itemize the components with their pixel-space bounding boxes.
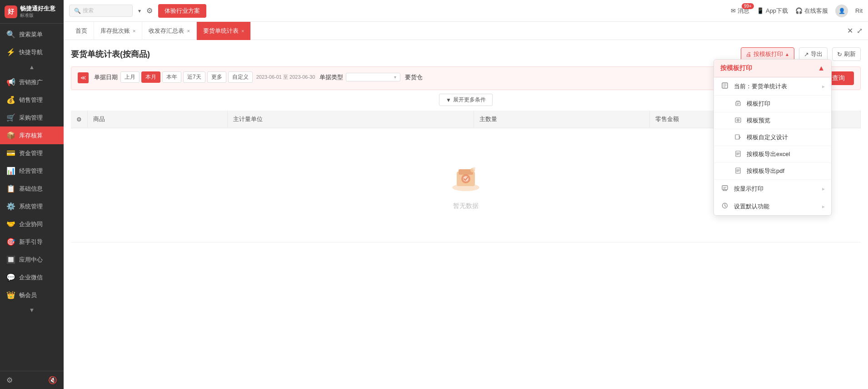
sidebar-wechat-label: 企业微信 bbox=[19, 273, 57, 282]
template-preview-icon bbox=[734, 117, 742, 125]
sidebar-item-wechat[interactable]: 💬 企业微信 bbox=[0, 268, 64, 286]
sidebar-nav: 🔍 搜索菜单 ⚡ 快捷导航 ▲ 📢 营销推广 💰 销售管理 🛒 采购管理 📦 库… bbox=[0, 24, 64, 371]
tab-inventory-batch[interactable]: 库存批次账 × bbox=[94, 22, 142, 40]
tab-home[interactable]: 首页 bbox=[69, 22, 94, 40]
topbar-gear-icon[interactable]: ⚙ bbox=[146, 6, 153, 15]
date-range-selector: 上月 本月 本年 近7天 更多 自定义 2023-06-01 至 2023-06… bbox=[120, 71, 315, 83]
refresh-btn[interactable]: ↻ 刷新 bbox=[832, 47, 861, 61]
print-dropdown-template-design[interactable]: 模板自定义设计 bbox=[714, 129, 831, 146]
refresh-icon: ↻ bbox=[837, 51, 842, 58]
sidebar-item-enterprise[interactable]: 🤝 企业协同 bbox=[0, 215, 64, 233]
sidebar-item-operation[interactable]: 📊 经营管理 bbox=[0, 162, 64, 180]
filter-type-label: 单据类型 bbox=[319, 73, 343, 81]
sidebar-sales-label: 销售管理 bbox=[19, 96, 57, 104]
sidebar-inventory-label: 库存核算 bbox=[19, 131, 57, 140]
print-dropdown-default-func[interactable]: 设置默认功能 ▸ bbox=[714, 197, 831, 215]
sidebar-scroll-down[interactable]: ▼ bbox=[0, 304, 64, 316]
sidebar-item-purchase[interactable]: 🛒 采购管理 bbox=[0, 109, 64, 126]
sidebar-item-system[interactable]: ⚙️ 系统管理 bbox=[0, 197, 64, 215]
date-last-month-btn[interactable]: 上月 bbox=[120, 71, 140, 83]
sidebar-marketing-label: 营销推广 bbox=[19, 78, 57, 86]
sidebar-item-basic[interactable]: 📋 基础信息 bbox=[0, 180, 64, 197]
table-col-unit: 主计量单位 bbox=[227, 111, 474, 128]
filter-collapse-btn[interactable]: ≪ bbox=[78, 72, 89, 83]
topbar-app-download[interactable]: 📱 App下载 bbox=[757, 7, 788, 15]
filter-type-chevron-icon: ▾ bbox=[394, 75, 396, 80]
purchase-icon: 🛒 bbox=[6, 113, 15, 122]
tab-maximize-area: ✕ ⤢ bbox=[847, 26, 863, 35]
export-icon: ↗ bbox=[804, 51, 809, 58]
sidebar-audio-icon[interactable]: 🔇 bbox=[48, 376, 57, 384]
sidebar-item-quick-nav[interactable]: ⚡ 快捷导航 bbox=[0, 43, 64, 61]
filter-date-label: 单据日期 bbox=[94, 73, 118, 81]
date-this-year-btn[interactable]: 本年 bbox=[162, 71, 181, 83]
window-maximize-btn[interactable]: ⤢ bbox=[857, 26, 863, 35]
print-chevron-icon: ▲ bbox=[785, 52, 789, 57]
svg-rect-9 bbox=[737, 103, 739, 104]
tab-inventory-batch-close-icon[interactable]: × bbox=[133, 28, 135, 34]
filter-type-select[interactable]: ▾ bbox=[346, 73, 400, 81]
date-this-month-btn[interactable]: 本月 bbox=[141, 71, 160, 83]
app-download-label: App下载 bbox=[766, 7, 788, 15]
print-dropdown-template-preview[interactable]: 模板预览 bbox=[714, 112, 831, 129]
sidebar-item-member[interactable]: 👑 畅会员 bbox=[0, 286, 64, 304]
print-dropdown-template-print[interactable]: 模板打印 bbox=[714, 96, 831, 112]
sidebar-footer: ⚙ 🔇 bbox=[0, 371, 64, 389]
print-dropdown-display-print[interactable]: 按显示打印 ▸ bbox=[714, 180, 831, 197]
tab-order-stats[interactable]: 要货单统计表 × bbox=[197, 22, 251, 40]
message-icon: ✉ bbox=[731, 7, 736, 14]
sidebar-scroll-up[interactable]: ▲ bbox=[0, 61, 64, 73]
sidebar-item-inventory[interactable]: 📦 库存核算 bbox=[0, 126, 64, 144]
sidebar-item-finance[interactable]: 💳 资金管理 bbox=[0, 144, 64, 162]
dropdown-chevron-icon: ▾ bbox=[138, 8, 141, 14]
filter-fields: 单据日期 上月 本月 本年 近7天 更多 自定义 2023-06-01 至 20… bbox=[94, 71, 773, 83]
template-excel-label: 按模板导出excel bbox=[747, 150, 790, 158]
template-pdf-label: 按模板导出pdf bbox=[747, 167, 784, 175]
username[interactable]: Rit bbox=[855, 7, 863, 14]
template-print-icon bbox=[734, 100, 742, 108]
sidebar-item-sales[interactable]: 💰 销售管理 bbox=[0, 91, 64, 109]
app-logo: 好 畅捷通好生意 标准版 bbox=[0, 0, 64, 24]
template-pdf-icon bbox=[734, 167, 742, 175]
sidebar-settings-icon[interactable]: ⚙ bbox=[6, 376, 13, 384]
sidebar-system-label: 系统管理 bbox=[19, 202, 57, 211]
enterprise-icon: 🤝 bbox=[6, 220, 15, 228]
sidebar-item-search[interactable]: 🔍 搜索菜单 bbox=[0, 25, 64, 43]
date-more-btn[interactable]: 更多 bbox=[207, 71, 226, 83]
print-dropdown-close-btn[interactable]: ▲ bbox=[818, 64, 825, 72]
tab-receipt-summary[interactable]: 收发存汇总表 × bbox=[142, 22, 196, 40]
filter-date-field: 单据日期 上月 本月 本年 近7天 更多 自定义 2023-06-01 至 20… bbox=[94, 71, 315, 83]
date-custom-btn[interactable]: 自定义 bbox=[228, 71, 253, 83]
expand-more-conditions-btn[interactable]: ▼ 展开更多条件 bbox=[439, 94, 493, 106]
finance-icon: 💳 bbox=[6, 149, 15, 157]
sidebar-guide-label: 新手引导 bbox=[19, 238, 57, 246]
tab-order-stats-close-icon[interactable]: × bbox=[241, 28, 244, 34]
topbar-module-dropdown[interactable]: ▾ bbox=[136, 8, 141, 14]
filter-cargo-field: 要货仓 bbox=[405, 73, 423, 81]
date-range-display: 2023-06-01 至 2023-06-30 bbox=[256, 74, 315, 81]
topbar-message[interactable]: ✉ 消息 99+ bbox=[731, 7, 749, 15]
tab-order-stats-label: 要货单统计表 bbox=[203, 27, 239, 35]
sidebar-item-apps[interactable]: 🔲 应用中心 bbox=[0, 251, 64, 268]
template-design-icon bbox=[734, 134, 742, 141]
date-7days-btn[interactable]: 近7天 bbox=[183, 71, 205, 83]
refresh-label: 刷新 bbox=[844, 50, 856, 58]
sidebar-item-guide[interactable]: 🎯 新手引导 bbox=[0, 233, 64, 251]
table-settings-col[interactable]: ⚙ bbox=[71, 111, 88, 128]
trial-btn[interactable]: 体验行业方案 bbox=[158, 4, 206, 18]
print-dropdown-current-item[interactable]: 当前：要货单统计表 ▸ bbox=[714, 77, 831, 96]
topbar-online-service[interactable]: 🎧 在线客服 bbox=[795, 7, 828, 15]
print-dropdown-template-pdf[interactable]: 按模板导出pdf bbox=[714, 163, 831, 180]
topbar-search-icon: 🔍 bbox=[74, 8, 81, 14]
print-dropdown-template-excel[interactable]: 按模板导出excel bbox=[714, 146, 831, 163]
tab-receipt-summary-close-icon[interactable]: × bbox=[187, 28, 190, 34]
basic-icon: 📋 bbox=[6, 184, 15, 193]
svg-point-6 bbox=[473, 167, 475, 170]
topbar-actions: ✉ 消息 99+ 📱 App下载 🎧 在线客服 👤 Rit bbox=[731, 5, 863, 17]
display-print-arrow-icon: ▸ bbox=[822, 186, 825, 192]
sidebar-item-marketing[interactable]: 📢 营销推广 bbox=[0, 73, 64, 91]
topbar-search-box[interactable]: 🔍 搜索 bbox=[69, 5, 133, 17]
user-avatar[interactable]: 👤 bbox=[835, 5, 848, 17]
table-col-qty: 主数量 bbox=[474, 111, 649, 128]
window-close-btn[interactable]: ✕ bbox=[847, 26, 853, 35]
